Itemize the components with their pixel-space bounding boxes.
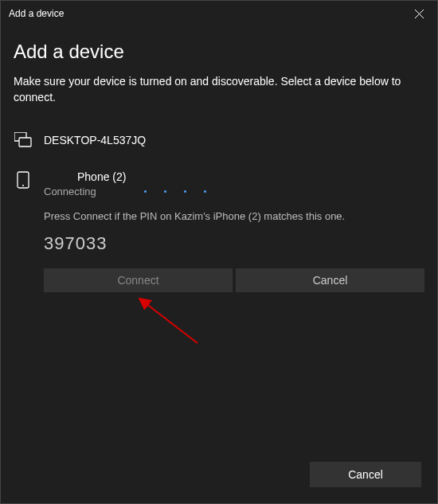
titlebar: Add a device bbox=[1, 1, 437, 26]
phone-icon bbox=[14, 170, 33, 189]
dialog-content: Add a device Make sure your device is tu… bbox=[1, 26, 437, 292]
connect-button[interactable]: Connect bbox=[44, 268, 233, 292]
page-description: Make sure your device is turned on and d… bbox=[14, 74, 424, 105]
dialog-footer: Cancel bbox=[310, 462, 421, 487]
close-button[interactable] bbox=[401, 1, 437, 26]
pairing-cancel-button[interactable]: Cancel bbox=[236, 268, 424, 292]
pairing-device-name: Phone (2) bbox=[77, 170, 424, 183]
svg-rect-3 bbox=[19, 138, 31, 147]
pin-instruction: Press Connect if the PIN on Kazim's iPho… bbox=[14, 210, 424, 222]
footer-cancel-button[interactable]: Cancel bbox=[310, 462, 421, 487]
close-icon bbox=[415, 10, 424, 18]
pin-code: 397033 bbox=[14, 233, 424, 254]
pairing-status: Connecting bbox=[44, 186, 96, 197]
annotation-arrow bbox=[138, 295, 209, 351]
pairing-buttons: Connect Cancel bbox=[14, 268, 424, 292]
desktop-icon bbox=[14, 131, 33, 150]
loading-dots bbox=[144, 190, 206, 193]
device-item-desktop[interactable]: DESKTOP-4L537JQ bbox=[14, 126, 424, 154]
svg-line-7 bbox=[146, 303, 197, 343]
window-title: Add a device bbox=[9, 8, 64, 19]
page-title: Add a device bbox=[14, 41, 424, 63]
svg-point-5 bbox=[22, 185, 24, 186]
pairing-section: Phone (2) Connecting Press Connect if th… bbox=[14, 170, 424, 292]
device-name: DESKTOP-4L537JQ bbox=[44, 134, 146, 147]
